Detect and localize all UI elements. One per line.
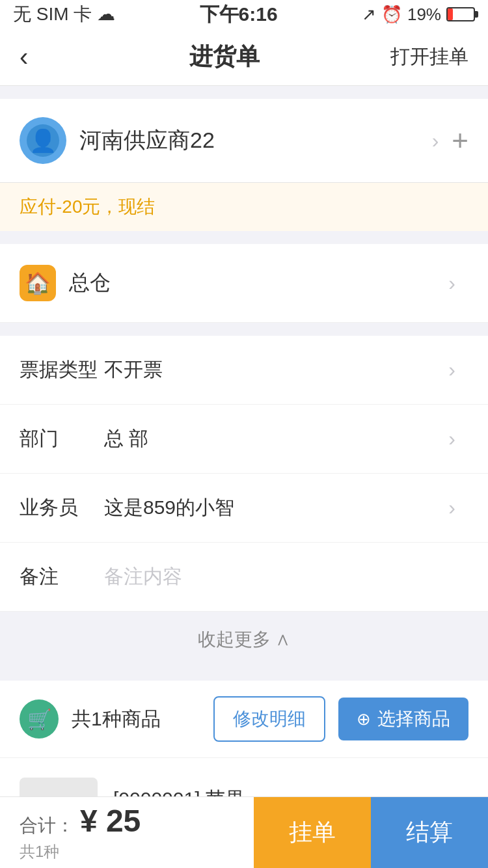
warehouse-chevron-icon: › <box>448 271 455 295</box>
form-row-department[interactable]: 部门 总 部 › <box>0 405 488 474</box>
invoice-label: 票据类型 <box>20 357 104 383</box>
add-supplier-button[interactable]: + <box>452 124 468 157</box>
product-count: 共1种商品 <box>72 706 200 733</box>
sim-indicator: 无 SIM 卡 ☁ <box>13 2 115 27</box>
page-title: 进货单 <box>189 41 260 73</box>
form-row-invoice[interactable]: 票据类型 不开票 › <box>0 336 488 405</box>
checkout-button[interactable]: 结算 <box>371 797 488 869</box>
department-label: 部门 <box>20 426 104 452</box>
supplier-chevron-icon: › <box>432 129 439 153</box>
supplier-row[interactable]: 👤 河南供应商22 › + <box>0 99 488 183</box>
avatar-inner: 👤 <box>27 124 59 157</box>
collapse-button[interactable]: 收起更多 ∧ <box>0 612 488 668</box>
status-time: 下午6:16 <box>200 1 278 28</box>
remark-input[interactable]: 备注内容 <box>104 563 468 590</box>
open-hang-button[interactable]: 打开挂单 <box>390 44 468 70</box>
remark-label: 备注 <box>20 563 104 590</box>
select-icon: ⊕ <box>357 709 371 729</box>
notice-bar: 应付-20元，现结 <box>0 183 488 231</box>
warehouse-section: 🏠 总仓 › <box>0 244 488 323</box>
person-icon: 👤 <box>29 128 57 154</box>
status-right: ↗ ⏰ 19% <box>362 5 475 25</box>
battery-label: 19% <box>407 5 441 25</box>
supplier-section: 👤 河南供应商22 › + 应付-20元，现结 <box>0 99 488 231</box>
products-icon-wrap: 🛒 <box>20 699 59 739</box>
department-value: 总 部 <box>104 426 448 452</box>
alarm-icon: ⏰ <box>381 5 402 25</box>
supplier-name: 河南供应商22 <box>79 126 432 156</box>
cart-icon: 🛒 <box>27 708 51 731</box>
form-row-remark[interactable]: 备注 备注内容 <box>0 543 488 612</box>
location-icon: ↗ <box>362 5 376 25</box>
warehouse-icon: 🏠 <box>25 271 51 295</box>
department-chevron-icon: › <box>448 427 455 451</box>
back-button[interactable]: ‹ <box>20 42 59 72</box>
battery-icon <box>446 7 475 21</box>
invoice-chevron-icon: › <box>448 358 455 382</box>
form-row-salesperson[interactable]: 业务员 这是859的小智 › <box>0 474 488 543</box>
salesperson-label: 业务员 <box>20 495 104 521</box>
total-row: 合计： ¥ 25 <box>20 803 234 839</box>
total-area: 合计： ¥ 25 共1种 <box>0 803 254 862</box>
total-count: 共1种 <box>20 841 234 862</box>
hang-button[interactable]: 挂单 <box>254 797 371 869</box>
status-left: 无 SIM 卡 ☁ <box>13 2 115 27</box>
form-section: 票据类型 不开票 › 部门 总 部 › 业务员 这是859的小智 › 备注 备注… <box>0 336 488 612</box>
nav-bar: ‹ 进货单 打开挂单 <box>0 29 488 86</box>
status-bar: 无 SIM 卡 ☁ 下午6:16 ↗ ⏰ 19% <box>0 0 488 29</box>
warehouse-row[interactable]: 🏠 总仓 › <box>0 244 488 323</box>
select-product-label: 选择商品 <box>377 707 450 731</box>
select-product-button[interactable]: ⊕ 选择商品 <box>338 698 468 740</box>
salesperson-value: 这是859的小智 <box>104 495 448 521</box>
warehouse-name: 总仓 <box>69 269 448 297</box>
edit-detail-button[interactable]: 修改明细 <box>213 696 325 742</box>
products-header: 🛒 共1种商品 修改明细 ⊕ 选择商品 <box>0 681 488 758</box>
supplier-avatar: 👤 <box>20 117 66 164</box>
total-label: 合计： <box>20 815 74 835</box>
invoice-value: 不开票 <box>104 357 448 383</box>
warehouse-icon-wrap: 🏠 <box>20 265 56 301</box>
bottom-bar: 合计： ¥ 25 共1种 挂单 结算 <box>0 796 488 868</box>
salesperson-chevron-icon: › <box>448 496 455 520</box>
total-amount: ¥ 25 <box>80 804 141 838</box>
